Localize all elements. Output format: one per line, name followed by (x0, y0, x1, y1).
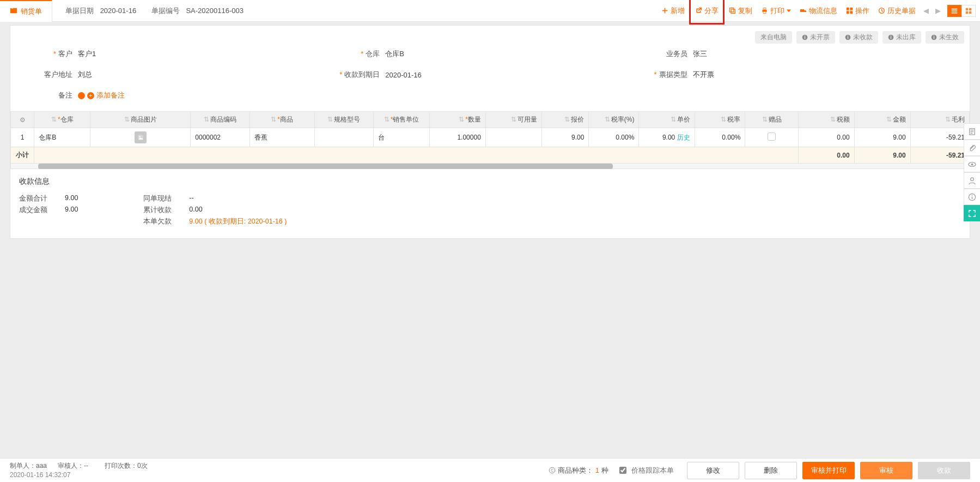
subtotal-label: 小计 (11, 147, 34, 164)
total-value: 9.00 (65, 194, 78, 203)
logistics-button[interactable]: 物流信息 (795, 0, 842, 22)
col-unit[interactable]: ⇅*销售单位 (374, 112, 430, 128)
modify-button[interactable]: 修改 (687, 462, 739, 479)
addr-label: 客户地址 (29, 70, 72, 80)
view-card-button[interactable] (961, 5, 976, 17)
col-rate[interactable]: ⇅税率(%) (589, 112, 639, 128)
svg-rect-11 (850, 11, 853, 14)
plus-circle-icon: + (87, 92, 94, 99)
scrollbar-thumb[interactable] (38, 164, 613, 169)
svg-rect-0 (10, 8, 17, 14)
col-product[interactable]: ⇅*商品 (249, 112, 314, 128)
col-avail[interactable]: ⇅可用量 (485, 112, 541, 128)
rail-info-button[interactable] (964, 189, 980, 205)
top-bar: 销货单 单据日期 2020-01-16 单据编号 SA-20200116-003… (0, 0, 980, 22)
history-icon (878, 7, 885, 14)
col-price[interactable]: ⇅单价 (639, 112, 695, 128)
card-icon (965, 7, 972, 15)
print-icon (761, 7, 768, 14)
svg-rect-7 (800, 9, 804, 12)
horizontal-scrollbar[interactable] (10, 164, 970, 169)
svg-rect-25 (891, 35, 891, 36)
cell-code: 0000002 (191, 128, 249, 147)
grid-row[interactable]: 1 仓库B 0000002 香蕉 台 1.00000 9.00 0.00% 9.… (11, 128, 970, 147)
svg-text:C: C (551, 468, 553, 472)
col-warehouse[interactable]: ⇅*仓库 (34, 112, 90, 128)
col-profit[interactable]: ⇅毛利 (910, 112, 969, 128)
cell-tax-amount: 0.00 (798, 128, 854, 147)
add-remark-button[interactable]: + 添加备注 (78, 91, 125, 100)
svg-rect-37 (972, 195, 972, 196)
doc-date-label: 单据日期 (65, 7, 94, 15)
col-gear[interactable]: ⚙ (11, 112, 34, 128)
subtotal-amount: 9.00 (854, 147, 910, 164)
col-tax-rate[interactable]: ⇅税率 (695, 112, 745, 128)
rail-eye-button[interactable] (964, 156, 980, 172)
svg-rect-18 (805, 37, 805, 39)
status-badges: 来自电脑 未开票 未收款 未出库 未生效 (10, 26, 970, 44)
history-button[interactable]: 历史单据 (874, 0, 920, 22)
rail-user-button[interactable] (964, 172, 980, 189)
rail-expand-button[interactable] (964, 205, 980, 221)
share-button[interactable]: 分享 (691, 0, 723, 22)
remark-label: 备注 (29, 91, 72, 100)
cell-rate: 0.00% (589, 128, 639, 147)
info-icon (845, 34, 851, 40)
new-button[interactable]: 新增 (657, 0, 689, 22)
copy-icon (729, 7, 736, 14)
audit-print-button[interactable]: 审核并打印 (802, 462, 855, 479)
rail-attach-button[interactable] (964, 140, 980, 156)
svg-rect-3 (731, 9, 735, 13)
svg-rect-9 (850, 8, 853, 10)
col-amount[interactable]: ⇅金额 (854, 112, 910, 128)
acc-label: 累计收款 (143, 206, 181, 215)
invoice-type-value: 不开票 (693, 70, 714, 80)
svg-rect-6 (763, 11, 766, 13)
cell-img (90, 128, 191, 147)
svg-rect-10 (847, 11, 849, 14)
col-quote[interactable]: ⇅报价 (541, 112, 589, 128)
svg-rect-14 (969, 8, 971, 10)
view-toggle (947, 5, 976, 17)
col-qty[interactable]: ⇅*数量 (429, 112, 485, 128)
svg-rect-1 (11, 7, 14, 9)
gift-checkbox[interactable] (768, 132, 776, 141)
logistics-icon (800, 7, 807, 14)
payment-title: 收款信息 (19, 177, 961, 186)
col-spec[interactable]: ⇅规格型号 (314, 112, 373, 128)
col-gift[interactable]: ⇅赠品 (745, 112, 798, 128)
col-code[interactable]: ⇅商品编码 (191, 112, 249, 128)
deal-value: 9.00 (65, 206, 78, 215)
delete-button[interactable]: 删除 (745, 462, 797, 479)
operations-button[interactable]: 操作 (842, 0, 874, 22)
cell-gift[interactable] (745, 128, 798, 147)
info-icon (968, 193, 976, 201)
copy-button[interactable]: 复制 (725, 0, 757, 22)
col-img[interactable]: ⇅商品图片 (90, 112, 191, 128)
col-tax-amount[interactable]: ⇅税额 (798, 112, 854, 128)
active-tab[interactable]: 销货单 (0, 0, 52, 22)
list-icon (951, 7, 958, 15)
audit-button[interactable]: 审核 (860, 462, 912, 479)
svg-rect-2 (730, 8, 734, 12)
user-icon (968, 177, 976, 185)
prev-button[interactable]: ◀ (920, 7, 932, 15)
share-highlight: 分享 (689, 0, 725, 25)
rail-note-button[interactable] (964, 123, 980, 140)
badge-not-received: 未收款 (839, 31, 878, 44)
print-button[interactable]: 打印 (757, 0, 795, 22)
salesman-value: 张三 (693, 49, 707, 59)
receive-button[interactable]: 收款 (918, 462, 970, 479)
subtotal-profit: -59.21 (910, 147, 969, 164)
footer-info: 制单人：aaa 审核人：-- 打印次数：0次 2020-01-16 14:32:… (10, 461, 148, 480)
view-list-button[interactable] (947, 5, 961, 17)
cell-profit: -59.21 (910, 128, 969, 147)
cash-value: -- (189, 194, 193, 203)
next-button[interactable]: ▶ (932, 7, 944, 15)
copyright-icon: C (549, 467, 556, 474)
gear-icon: ⚙ (20, 116, 26, 124)
price-follow-checkbox[interactable]: 价格跟踪本单 (617, 465, 674, 475)
svg-point-34 (971, 177, 974, 180)
info-icon (888, 34, 894, 40)
history-link[interactable]: 历史 (677, 134, 690, 141)
